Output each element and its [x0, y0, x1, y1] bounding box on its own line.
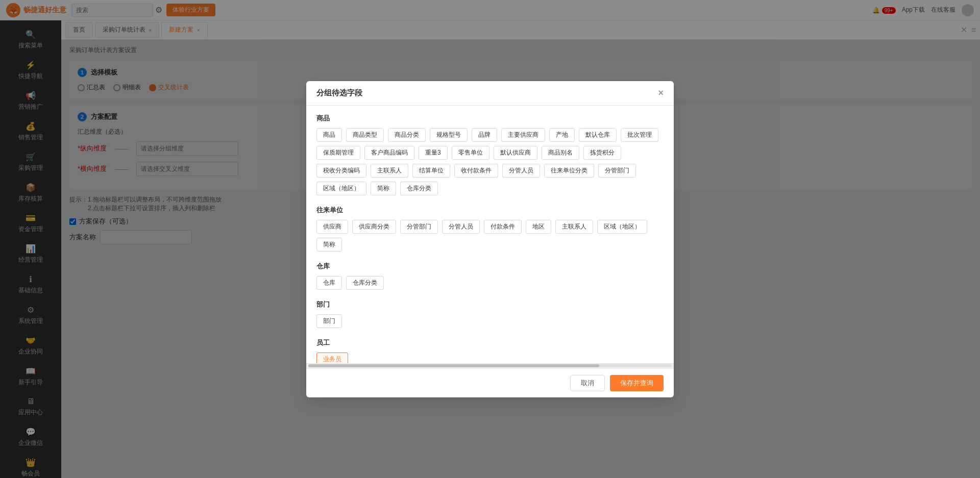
chip-warehouse[interactable]: 仓库: [316, 276, 342, 290]
modal-close-btn[interactable]: ×: [658, 88, 664, 97]
section-dept-title: 部门: [316, 300, 664, 309]
chip-product-type[interactable]: 商品类型: [346, 128, 384, 142]
chip-spec-model[interactable]: 规格型号: [430, 128, 468, 142]
chip-supplier[interactable]: 供应商: [316, 220, 348, 234]
chip-default-supplier[interactable]: 默认供应商: [494, 146, 537, 160]
chip-origin[interactable]: 产地: [549, 128, 575, 142]
chip-retail-unit[interactable]: 零售单位: [452, 146, 489, 160]
chip-weight3[interactable]: 重量3: [419, 146, 448, 160]
section-warehouse-title: 仓库: [316, 262, 664, 271]
chip-main-supplier[interactable]: 主要供应商: [501, 128, 545, 142]
hscroll-thumb: [308, 364, 599, 367]
modal-cancel-btn[interactable]: 取消: [570, 375, 605, 391]
chip-main-contact[interactable]: 主联系人: [371, 164, 408, 178]
chip-salesperson[interactable]: 业务员: [316, 353, 348, 364]
chip-shelf-life[interactable]: 保质期管理: [316, 146, 360, 160]
chip-warehouse-cat[interactable]: 仓库分类: [400, 182, 438, 195]
chip-product[interactable]: 商品: [316, 128, 342, 142]
section-product: 商品 商品 商品类型 商品分类 规格型号 品牌 主要供应商 产地 默认仓库 批次…: [316, 114, 664, 195]
modal-title: 分组待选字段: [316, 88, 362, 98]
section-party: 往来单位 供应商 供应商分类 分管部门 分管人员 付款条件 地区 主联系人 区域…: [316, 206, 664, 251]
chip-default-warehouse[interactable]: 默认仓库: [579, 128, 617, 142]
chip-party-dept[interactable]: 分管部门: [400, 220, 438, 234]
section-warehouse: 仓库 仓库 仓库分类: [316, 262, 664, 290]
chip-tax-code[interactable]: 税收分类编码: [316, 164, 366, 178]
chip-party-contact[interactable]: 主联系人: [555, 220, 593, 234]
section-dept: 部门 部门: [316, 300, 664, 328]
section-employee-chips: 业务员: [316, 353, 664, 364]
chip-supplier-cat[interactable]: 供应商分类: [352, 220, 396, 234]
chip-batch-mgmt[interactable]: 批次管理: [621, 128, 658, 142]
chip-brand[interactable]: 品牌: [472, 128, 497, 142]
hscroll-track: [308, 364, 672, 367]
modal-body: 商品 商品 商品类型 商品分类 规格型号 品牌 主要供应商 产地 默认仓库 批次…: [306, 106, 674, 364]
chip-party-region[interactable]: 区域（地区）: [597, 220, 647, 234]
chip-supervisor[interactable]: 分管人员: [502, 164, 540, 178]
chip-party-supervisor[interactable]: 分管人员: [442, 220, 480, 234]
modal-hscroll: [306, 363, 674, 368]
field-selector-modal: 分组待选字段 × 商品 商品 商品类型 商品分类 规格型号 品牌 主要供应商 产…: [306, 81, 674, 397]
section-employee: 员工 业务员: [316, 338, 664, 364]
chip-party-payment[interactable]: 付款条件: [484, 220, 522, 234]
chip-product-category[interactable]: 商品分类: [388, 128, 426, 142]
section-product-chips: 商品 商品类型 商品分类 规格型号 品牌 主要供应商 产地 默认仓库 批次管理 …: [316, 128, 664, 195]
section-party-title: 往来单位: [316, 206, 664, 215]
section-warehouse-chips: 仓库 仓库分类: [316, 276, 664, 290]
chip-short-name[interactable]: 简称: [371, 182, 396, 195]
chip-payment-terms[interactable]: 收付款条件: [454, 164, 498, 178]
section-product-title: 商品: [316, 114, 664, 123]
chip-dept[interactable]: 分管部门: [598, 164, 636, 178]
chip-warehouse-category[interactable]: 仓库分类: [346, 276, 384, 290]
chip-department[interactable]: 部门: [316, 314, 342, 328]
section-dept-chips: 部门: [316, 314, 664, 328]
chip-party-short[interactable]: 简称: [316, 238, 342, 251]
chip-party-category[interactable]: 往来单位分类: [544, 164, 594, 178]
chip-product-alias[interactable]: 商品别名: [542, 146, 579, 160]
chip-settlement-unit[interactable]: 结算单位: [412, 164, 450, 178]
chip-customer-code[interactable]: 客户商品编码: [364, 146, 414, 160]
modal-overlay: 分组待选字段 × 商品 商品 商品类型 商品分类 规格型号 品牌 主要供应商 产…: [0, 0, 980, 478]
chip-region[interactable]: 区域（地区）: [316, 182, 366, 195]
modal-footer: 取消 保存并查询: [306, 368, 674, 397]
modal-save-btn[interactable]: 保存并查询: [610, 375, 664, 391]
modal-header: 分组待选字段 ×: [306, 81, 674, 106]
chip-party-area[interactable]: 地区: [526, 220, 551, 234]
chip-pick-points[interactable]: 拣货积分: [583, 146, 621, 160]
section-party-chips: 供应商 供应商分类 分管部门 分管人员 付款条件 地区 主联系人 区域（地区） …: [316, 220, 664, 251]
section-employee-title: 员工: [316, 338, 664, 347]
